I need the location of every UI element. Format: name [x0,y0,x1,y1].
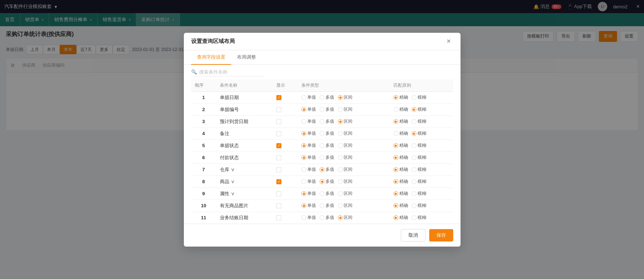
radio-dot-match-精确-0 [394,95,398,100]
dialog-search: 🔍 [184,65,461,79]
col-header-顺序: 顺序 [191,79,216,92]
search-input[interactable] [199,69,264,75]
row-name-1: 单据编号 [216,103,273,115]
row-checkbox-1[interactable] [276,107,281,112]
radio-dot-match-精确-3 [394,131,398,135]
row-order-0: 1 [191,91,216,103]
table-row: 1单据日期单值多值区间精确模糊 [191,91,453,103]
type-option-单值-1[interactable]: 单值 [301,106,316,113]
radio-dot-match-模糊-1 [412,107,416,112]
modal-overlay: 设置查询区域布局 × 查询字段设置布局调整 🔍 顺序条件名称显示条件类型匹配原则… [0,0,644,135]
radio-dot-type-多值-1 [320,107,324,112]
search-box: 🔍 [191,69,264,76]
match-option-模糊-2[interactable]: 模糊 [412,118,426,125]
radio-dot-type-单值-1 [301,107,306,112]
row-order-3: 4 [191,127,216,135]
row-name-2: 预计到货日期 [216,115,273,127]
row-checkbox-2[interactable] [276,119,281,124]
radio-dot-type-区间-2 [338,119,343,124]
radio-dot-match-精确-2 [394,119,398,124]
table-header-row: 顺序条件名称显示条件类型匹配原则 [191,79,453,92]
match-option-精确-1[interactable]: 精确 [394,106,408,113]
match-option-精确-2[interactable]: 精确 [394,118,408,125]
type-option-单值-3[interactable]: 单值 [301,130,316,135]
row-checkbox-0[interactable] [276,95,281,100]
table-row: 3预计到货日期单值多值区间精确模糊 [191,115,453,127]
radio-dot-type-多值-3 [320,131,324,135]
radio-dot-match-模糊-0 [412,95,416,100]
row-name-3: 备注 [216,127,273,135]
radio-dot-match-模糊-2 [412,119,416,124]
row-order-1: 2 [191,103,216,115]
radio-dot-type-区间-0 [338,95,343,100]
dialog-body: 顺序条件名称显示条件类型匹配原则 1单据日期单值多值区间精确模糊2单据编号单值多… [184,79,461,135]
dialog-title: 设置查询区域布局 [191,38,235,45]
table-row: 2单据编号单值多值区间精确模糊 [191,103,453,115]
type-option-多值-0[interactable]: 多值 [320,94,334,101]
type-option-区间-2[interactable]: 区间 [338,118,352,125]
col-header-匹配原则: 匹配原则 [390,79,453,92]
row-name-0: 单据日期 [216,91,273,103]
conditions-table-body: 1单据日期单值多值区间精确模糊2单据编号单值多值区间精确模糊3预计到货日期单值多… [191,91,453,135]
radio-dot-match-精确-1 [394,107,398,112]
dialog-tab-query-fields[interactable]: 查询字段设置 [191,50,231,65]
row-checkbox-3[interactable] [276,131,281,135]
radio-dot-type-区间-3 [338,131,343,135]
dialog-tabs: 查询字段设置布局调整 [184,50,461,65]
dialog-close-btn[interactable]: × [445,37,453,46]
match-option-模糊-1[interactable]: 模糊 [412,106,426,113]
type-option-单值-2[interactable]: 单值 [301,118,316,125]
search-icon: 🔍 [191,69,197,75]
dialog-tab-layout-adjust[interactable]: 布局调整 [231,50,262,65]
match-option-模糊-0[interactable]: 模糊 [412,94,426,101]
match-option-模糊-3[interactable]: 模糊 [412,130,426,135]
radio-dot-type-单值-2 [301,119,306,124]
type-option-区间-1[interactable]: 区间 [338,106,352,113]
match-option-精确-3[interactable]: 精确 [394,130,408,135]
table-row: 4备注单值多值区间精确模糊 [191,127,453,135]
dialog: 设置查询区域布局 × 查询字段设置布局调整 🔍 顺序条件名称显示条件类型匹配原则… [184,33,461,135]
type-option-区间-3[interactable]: 区间 [338,130,352,135]
radio-dot-type-多值-2 [320,119,324,124]
match-option-精确-0[interactable]: 精确 [394,94,408,101]
col-header-条件名称: 条件名称 [216,79,273,92]
radio-dot-type-单值-3 [301,131,306,135]
type-option-单值-0[interactable]: 单值 [301,94,316,101]
radio-dot-type-多值-0 [320,95,324,100]
radio-dot-type-区间-1 [338,107,343,112]
radio-dot-match-模糊-3 [412,131,416,135]
type-option-区间-0[interactable]: 区间 [338,94,352,101]
col-header-显示: 显示 [273,79,298,92]
col-header-条件类型: 条件类型 [298,79,390,92]
radio-dot-type-单值-0 [301,95,306,100]
dialog-header: 设置查询区域布局 × [184,33,461,50]
conditions-table: 顺序条件名称显示条件类型匹配原则 1单据日期单值多值区间精确模糊2单据编号单值多… [191,79,453,135]
type-option-多值-1[interactable]: 多值 [320,106,334,113]
type-option-多值-3[interactable]: 多值 [320,130,334,135]
row-order-2: 3 [191,115,216,127]
type-option-多值-2[interactable]: 多值 [320,118,334,125]
